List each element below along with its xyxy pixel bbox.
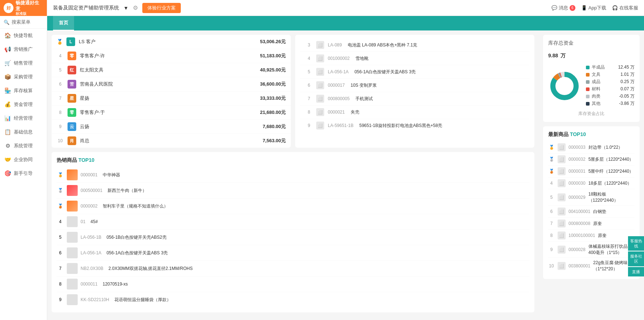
sidebar-item-label: 基础信息 xyxy=(14,129,33,135)
product-name: 中华神器 xyxy=(103,172,529,178)
right-sidebar: 库存总资金 9.88 万 xyxy=(539,30,644,320)
product-code: 004100001 xyxy=(568,209,590,214)
product-code: 0000030 xyxy=(568,181,586,186)
rank-icon: 🥉 xyxy=(57,204,64,209)
product-icon: ⬜ xyxy=(558,262,566,270)
customer-amount: 53,006.26元 xyxy=(260,38,286,45)
product-image xyxy=(67,201,78,212)
main-area: 装备及固定资产辅助管理系统 ▼ ⚙ 体验行业方案 💬 消息 6 📱 App下载 … xyxy=(47,0,644,320)
product-code: 0000032 xyxy=(568,157,586,162)
product-image xyxy=(67,169,78,180)
sidebar-item-label: 营销推广 xyxy=(14,46,33,53)
product-name: 5厘多层（1220*2440） xyxy=(588,156,635,163)
product-icon: ⬜ xyxy=(558,179,566,187)
rank-icon: 🥈 xyxy=(548,157,555,162)
rank-number: 9 xyxy=(548,247,555,252)
purchase-icon: 📦 xyxy=(4,74,11,80)
table-row: 7 NB2.0X30B 2.0X30MM双搓花轴,搓花直径2.1MM/ROHS xyxy=(57,261,529,276)
customer-rank-table: 🏅 L LS 客户 53,006.26元 4 零 零售客户·许 51,183.0… xyxy=(52,35,291,148)
rank-number: 4 xyxy=(57,219,64,224)
sidebar-item-inventory[interactable]: 🏪 库存核算 xyxy=(0,84,47,98)
legend-item: 成品 0.25 万 xyxy=(586,79,635,85)
operation-icon: 📊 xyxy=(4,115,11,122)
product-code: 000500001 xyxy=(81,188,102,193)
product-icon: ⬜ xyxy=(316,122,324,130)
sidebar-item-marketing[interactable]: 📢 营销推广 xyxy=(0,42,47,56)
panels-row-top: 🏅 L LS 客户 53,006.26元 4 零 零售客户·许 51,183.0… xyxy=(52,35,534,148)
messages-item[interactable]: 💬 消息 6 xyxy=(551,5,575,11)
finance-icon: 💰 xyxy=(4,101,11,108)
sidebar: 好 畅捷通好生意 标准版 🔍 搜索菜单 🏠 快捷导航 📢 营销推广 🛒 销售管理… xyxy=(0,0,47,320)
sidebar-item-home[interactable]: 🏠 快捷导航 xyxy=(0,29,47,42)
product-name: 056-1A白色按键开关盖ABS 3壳 xyxy=(354,69,524,75)
online-service-label: 在线客服 xyxy=(619,5,638,11)
product-code: LA-056-1B xyxy=(81,235,101,240)
sidebar-item-purchase[interactable]: 📦 采购管理 xyxy=(0,70,47,84)
dropdown-arrow[interactable]: ▼ xyxy=(123,5,129,11)
product-name: 体械嘉枝味苏打饮品400毫升（1*15） xyxy=(588,243,635,256)
sidebar-item-basic[interactable]: 📋 基础信息 xyxy=(0,125,47,139)
legend-label: 成品 xyxy=(592,79,600,85)
legend-value: 0.25 万 xyxy=(620,79,635,85)
sidebar-item-operation[interactable]: 📊 经营管理 xyxy=(0,111,47,125)
product-code: LA-089 xyxy=(328,42,342,48)
sidebar-logo-text: 畅捷通好生意 标准版 xyxy=(16,0,43,16)
inventory-chart-row: 半成品 12.45 万 文具 1.01 万 成品 0.25 万 xyxy=(548,64,635,108)
avatar: 红 xyxy=(68,66,76,74)
hot-products-panel: 热销商品 TOP10 🏅 0000001 中华神器 🥈 000500001 新西… xyxy=(52,152,534,312)
sidebar-item-finance[interactable]: 💰 资金管理 xyxy=(0,98,47,111)
sidebar-item-collab[interactable]: 🤝 企业协同 xyxy=(0,153,47,167)
product-name: 封边带（1.0*22） xyxy=(588,144,635,151)
gear-icon[interactable]: ⚙ xyxy=(133,4,138,11)
legend-value: -0.05 万 xyxy=(619,93,635,99)
basic-icon: 📋 xyxy=(4,129,11,135)
rank-number: 7 xyxy=(57,96,64,101)
topbar: 装备及固定资产辅助管理系统 ▼ ⚙ 体验行业方案 💬 消息 6 📱 App下载 … xyxy=(47,0,644,16)
app-download-item[interactable]: 📱 App下载 xyxy=(581,5,606,11)
customer-amount: 7,680.00元 xyxy=(262,123,286,130)
table-row: 6 LA-056-1A 056-1A白色按键开关盖ABS 3壳 xyxy=(57,245,529,261)
product-icon: ⬜ xyxy=(558,155,566,163)
product-name: 5厘中纤（1220*2440） xyxy=(588,168,635,175)
product-name: 2.0X30MM双搓花轴,搓花直径2.1MM/ROHS xyxy=(109,266,529,272)
product-name: 18多层（1220*2440） xyxy=(588,180,635,186)
product-code: KK-SD22110H xyxy=(81,297,109,302)
table-row: 5 红 红太阳文具 40,925.00元 xyxy=(52,63,291,77)
table-row: 4 01 45# xyxy=(57,214,529,230)
product-icon: ⬜ xyxy=(558,193,566,201)
sidebar-item-guide[interactable]: 🎯 新手引导 xyxy=(0,167,47,180)
product-icon: ⬜ xyxy=(316,54,324,62)
topbar-right: 💬 消息 6 📱 App下载 🎧 在线客服 xyxy=(551,5,638,11)
list-item: 7 ⬜ 000800008 原奎 xyxy=(548,218,635,230)
rank-number: 9 xyxy=(57,297,64,302)
table-row: 8 ⬜ 0000021 夹壳 xyxy=(300,106,529,119)
sidebar-item-label: 系统管理 xyxy=(14,143,33,149)
list-item: 4 ⬜ 0000030 18多层（1220*2440） xyxy=(548,177,635,189)
sidebar-item-label: 采购管理 xyxy=(14,74,33,80)
rank-number: 8 xyxy=(305,110,313,115)
float-btn-service[interactable]: 客服热线 xyxy=(628,236,644,251)
rank-number: 9 xyxy=(305,123,313,128)
tab-home[interactable]: 首页 xyxy=(53,16,74,30)
product-name: 45# xyxy=(90,219,529,224)
product-code: 000800008 xyxy=(568,221,590,226)
product-name: 原奎 xyxy=(593,221,635,227)
customer-name: 星扬 xyxy=(80,95,256,102)
sidebar-item-sales[interactable]: 🛒 销售管理 xyxy=(0,56,47,70)
sidebar-logo: 好 畅捷通好生意 标准版 xyxy=(0,0,47,16)
product-code: 0000021 xyxy=(328,110,345,115)
rank-number: 4 xyxy=(305,56,313,61)
float-btn-community[interactable]: 服务社区 xyxy=(628,251,644,266)
legend-label: 其他 xyxy=(592,100,600,107)
product-code: 0000029 xyxy=(568,195,586,200)
table-row: 9 ⬜ LA-59651-1B 59651-1B旋转投影灯电池盒ABS黑色+58… xyxy=(300,119,529,132)
avatar: 苦 xyxy=(68,80,76,89)
search-menu[interactable]: 🔍 搜索菜单 xyxy=(0,16,47,29)
sidebar-item-system[interactable]: ⚙ 系统管理 xyxy=(0,139,47,153)
avatar: 肖 xyxy=(68,136,76,145)
float-btn-live[interactable]: 直播 xyxy=(628,267,644,276)
inventory-subtitle: 库存资金占比 xyxy=(548,111,635,117)
try-button[interactable]: 体验行业方案 xyxy=(142,3,181,13)
product-name: 白钢垫 xyxy=(593,209,635,215)
online-service-item[interactable]: 🎧 在线客服 xyxy=(612,5,638,11)
